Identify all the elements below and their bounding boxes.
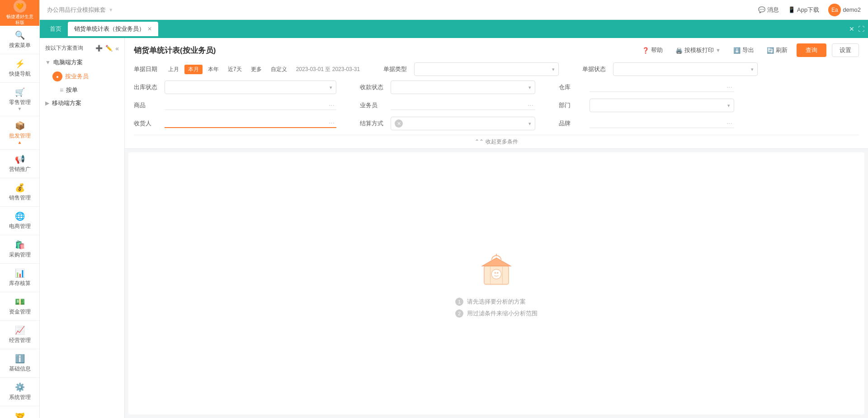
left-panel: 按以下方案查询 ➕ ✏️ « ▼ 电脑端方案 ● 按业务员 ≡ 按单 [40, 38, 125, 418]
edit-scheme-icon[interactable]: ✏️ [105, 45, 113, 52]
page-header: 销货单统计表(按业务员) ❓ 帮助 🖨️ 按模板打印 ▼ ⬇️ [125, 38, 868, 149]
collapse-bar[interactable]: ⌃⌃ 收起更多条件 [134, 135, 859, 148]
receipt-status-select[interactable]: ▾ [391, 81, 535, 94]
receiver-label: 收货人 [134, 119, 159, 128]
page-title: 销货单统计表(按业务员) [134, 45, 216, 56]
svg-point-6 [497, 272, 499, 274]
sidebar-item-finance[interactable]: 💵 资金管理 [0, 292, 40, 321]
sidebar-item-basic[interactable]: ℹ️ 基础信息 [0, 349, 40, 378]
date-tab-custom[interactable]: 自定义 [267, 65, 291, 74]
tree-mobile-label: 移动端方案 [52, 99, 81, 107]
export-label: 导出 [742, 46, 754, 54]
tree-desktop[interactable]: ▼ 电脑端方案 [40, 56, 124, 69]
date-label: 单据日期 [134, 65, 159, 73]
date-range-text: 2023-03-01 至 2023-03-31 [296, 66, 360, 73]
collapse-panel-icon[interactable]: « [115, 45, 119, 52]
sidebar-item-ecommerce[interactable]: 🌐 电商管理 [0, 207, 40, 235]
tree-order[interactable]: ≡ 按单 [40, 84, 124, 96]
help-btn[interactable]: ❓ 帮助 [638, 44, 666, 56]
message-btn[interactable]: 💬 消息 [758, 6, 779, 14]
salesperson-dots-icon[interactable]: ··· [528, 101, 533, 109]
sidebar-item-enterprise[interactable]: 🤝 企业协同 [0, 406, 40, 418]
sidebar-label-ecommerce: 电商管理 [9, 223, 31, 230]
message-label: 消息 [767, 6, 779, 14]
tree-desktop-label: 电脑端方案 [53, 58, 83, 66]
user-avatar: Ea [828, 4, 841, 16]
doc-type-arrow-icon: ▾ [552, 66, 555, 72]
sidebar-item-sales[interactable]: 💰 销售管理 [0, 178, 40, 207]
tree-mobile[interactable]: ▶ 移动端方案 [40, 96, 124, 110]
sales-icon: 💰 [15, 183, 25, 193]
date-tab-more[interactable]: 更多 [247, 65, 265, 74]
date-tab-last-month[interactable]: 上月 [165, 65, 183, 74]
system-icon: ⚙️ [15, 382, 25, 392]
receiver-dots-icon[interactable]: ··· [329, 119, 335, 127]
date-tabs: 上月 本月 本年 近7天 更多 自定义 [165, 65, 291, 74]
doc-status-label: 单据状态 [582, 65, 608, 73]
doc-type-select[interactable]: ▾ [414, 62, 559, 76]
left-panel-icons: ➕ ✏️ « [95, 45, 119, 52]
goods-dots-icon[interactable]: ··· [329, 101, 335, 109]
page-title-row: 销货单统计表(按业务员) ❓ 帮助 🖨️ 按模板打印 ▼ ⬇️ [134, 43, 859, 57]
sidebar-item-retail[interactable]: 🛒 零售管理 ▼ [0, 83, 40, 116]
svg-point-4 [491, 269, 501, 279]
tip1-num: 1 [455, 298, 463, 306]
template-print-btn[interactable]: 🖨️ 按模板打印 ▼ [672, 44, 724, 56]
sidebar-item-inventory[interactable]: 📊 库存核算 [0, 264, 40, 292]
ship-status-select[interactable]: ▾ [165, 81, 336, 94]
tab-sales-stat-label: 销货单统计表（按业务员） [74, 25, 145, 33]
app-logo[interactable]: 🧡 畅捷通好生意 标版 [0, 0, 40, 26]
brand-label: 品牌 [559, 119, 584, 128]
query-btn[interactable]: 查询 [797, 43, 826, 57]
collapse-label: 收起更多条件 [486, 138, 518, 145]
sidebar: 🧡 畅捷通好生意 标版 🔍 搜索菜单 ⚡ 快捷导航 🛒 零售管理 ▼ 📦 批发管… [0, 0, 40, 418]
user-profile-btn[interactable]: Ea demo2 [828, 4, 861, 16]
tab-home[interactable]: 首页 [43, 22, 68, 36]
avatar-text: Ea [831, 7, 838, 13]
date-tab-this-year[interactable]: 本年 [204, 65, 222, 74]
tab-close-icon[interactable]: ✕ [147, 26, 152, 32]
business-icon: 📈 [15, 325, 25, 335]
ecommerce-icon: 🌐 [15, 211, 25, 221]
date-tab-this-month[interactable]: 本月 [184, 65, 203, 74]
tree-salesperson[interactable]: ● 按业务员 [40, 69, 124, 84]
sidebar-item-quick-nav[interactable]: ⚡ 快捷导航 [0, 54, 40, 83]
inventory-icon: 📊 [15, 268, 25, 278]
sidebar-label-inventory: 库存核算 [9, 280, 31, 287]
filter-section: 单据日期 上月 本月 本年 近7天 更多 自定义 2023-03-01 至 20… [134, 62, 859, 148]
tip2-text: 用过滤条件来缩小分析范围 [467, 309, 538, 318]
payment-method-clear-icon[interactable]: ✕ [395, 119, 403, 128]
filter-row-4: 收货人 ··· 结算方式 ✕ ▾ 品牌 ··· [134, 117, 859, 130]
sidebar-item-wholesale[interactable]: 📦 批发管理 ▲ [0, 116, 40, 150]
sidebar-label-retail: 零售管理 [9, 99, 31, 106]
tab-maximize-icon[interactable]: ⛶ [858, 25, 864, 33]
search-icon: 🔍 [15, 30, 25, 40]
tab-sales-stat[interactable]: 销货单统计表（按业务员） ✕ [68, 22, 158, 36]
quicknav-icon: ⚡ [15, 59, 25, 69]
date-tab-7days[interactable]: 近7天 [224, 65, 245, 74]
add-scheme-icon[interactable]: ➕ [95, 45, 103, 52]
export-icon: ⬇️ [733, 47, 741, 54]
brand-dots-icon[interactable]: ··· [726, 119, 732, 128]
sidebar-item-search[interactable]: 🔍 搜索菜单 [0, 26, 40, 54]
export-btn[interactable]: ⬇️ 导出 [730, 44, 758, 56]
filter-row-1: 单据日期 上月 本月 本年 近7天 更多 自定义 2023-03-01 至 20… [134, 62, 859, 76]
sidebar-item-marketing[interactable]: 📢 营销推广 [0, 150, 40, 178]
doc-status-select[interactable]: ▾ [613, 62, 758, 76]
right-panel: 销货单统计表(按业务员) ❓ 帮助 🖨️ 按模板打印 ▼ ⬇️ [125, 38, 868, 418]
settings-btn[interactable]: 设置 [832, 43, 859, 57]
logo-icon: 🧡 [14, 0, 26, 13]
tree-expand-icon: ▼ [45, 59, 51, 66]
empty-tip-1: 1 请先选择要分析的方案 [455, 298, 538, 306]
warehouse-dots-icon[interactable]: ··· [726, 83, 732, 91]
sidebar-label-wholesale: 批发管理 [9, 132, 31, 140]
sidebar-item-business[interactable]: 📈 经营管理 [0, 321, 40, 349]
sidebar-item-system[interactable]: ⚙️ 系统管理 [0, 378, 40, 406]
breadcrumb-text: 办公用品行业模拟账套 [47, 6, 106, 14]
tab-minimize-icon[interactable]: ✕ [849, 25, 854, 33]
app-download-btn[interactable]: 📱 App下载 [788, 6, 819, 14]
sidebar-item-purchase[interactable]: 🛍️ 采购管理 [0, 235, 40, 264]
dept-select[interactable]: ▾ [590, 99, 734, 112]
payment-method-select[interactable]: ✕ ▾ [391, 117, 535, 130]
refresh-btn[interactable]: 🔄 刷新 [763, 44, 791, 56]
